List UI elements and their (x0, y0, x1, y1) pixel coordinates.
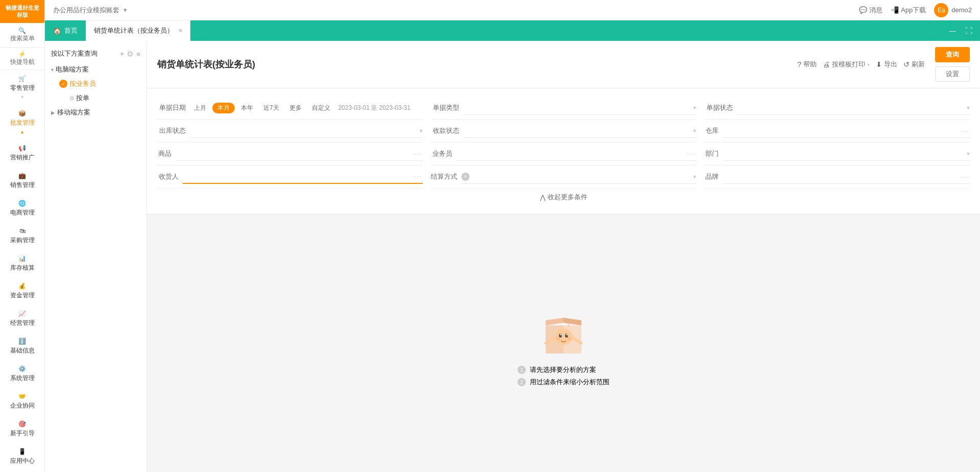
collapse-icon: ⋀ (540, 194, 546, 201)
date-btn-last-month[interactable]: 上月 (190, 103, 210, 113)
filter-brand-cell: 品牌 ··· (704, 166, 970, 188)
retail-icon: 🛒 (18, 75, 26, 82)
tree-section-pc[interactable]: ▾ 电脑端方案 (45, 62, 146, 77)
active-scheme-dot: ✓ (59, 80, 67, 88)
marketing-icon: 📢 (18, 145, 26, 152)
messages-icon: 💬 (859, 6, 867, 14)
date-btn-7days[interactable]: 近7天 (259, 103, 283, 113)
consignee-dots[interactable]: ··· (413, 172, 423, 180)
brand-dots[interactable]: ··· (961, 173, 970, 181)
date-btns-group: 上月 本月 本年 近7天 更多 自定义 2023-03-01 至 2023-03… (190, 103, 423, 113)
user-area[interactable]: Ea demo2 (934, 3, 972, 17)
consignee-label: 收货人 (157, 172, 179, 181)
settlement-select[interactable]: × ▾ (461, 170, 696, 184)
sidebar-item-collaboration[interactable]: 🤝 企业协同 (0, 388, 44, 415)
consignee-input[interactable]: ··· (183, 170, 423, 184)
brand-input[interactable]: ··· (723, 170, 970, 184)
system-icon: ⚙️ (18, 365, 26, 372)
page-title: 销货单统计表(按业务员) (157, 58, 255, 77)
nav-icon: ⚡ (2, 51, 42, 58)
tab-sales-stats[interactable]: 销货单统计表（按业务员） × (86, 20, 190, 41)
collapse-btn[interactable]: ⋀ 收起更多条件 (540, 193, 587, 202)
help-btn[interactable]: ? 帮助 (797, 60, 817, 69)
filter-department-cell: 部门 ▾ (704, 143, 970, 166)
tab-close-btn[interactable]: × (179, 27, 182, 34)
out-status-label: 出库状态 (157, 126, 186, 135)
svg-point-14 (571, 322, 572, 323)
collapse-panel-btn[interactable]: « (136, 50, 140, 58)
date-range-text: 2023-03-01 至 2023-03-31 (338, 104, 410, 112)
svg-marker-1 (546, 318, 564, 325)
tree-arrow-mobile: ▶ (51, 110, 55, 115)
goods-dots[interactable]: ··· (413, 150, 423, 158)
sidebar-quick-nav[interactable]: ⚡ 快捷导航 (0, 48, 44, 70)
receipt-status-select[interactable]: ▾ (463, 124, 696, 138)
filter-settlement-cell: 结算方式 × ▾ (431, 166, 696, 188)
out-status-select[interactable]: ▾ (190, 124, 423, 138)
main-area: 办公用品行业模拟账套 ▾ 💬 消息 📲 App下载 Ea demo2 🏠 首页 (45, 0, 980, 472)
print-btn[interactable]: 🖨 按模板打印 ▾ (823, 60, 870, 69)
ecommerce-icon: 🌐 (18, 200, 26, 207)
date-btn-custom[interactable]: 自定义 (308, 103, 334, 113)
query-button[interactable]: 查询 (935, 47, 970, 62)
filter-row-2: 出库状态 ▾ 收款状态 ▾ 仓库 (157, 120, 970, 143)
sidebar-item-retail[interactable]: 🛒 零售管理 ▾ (0, 70, 44, 105)
panel-header-icons: + ⊙ « (120, 50, 140, 58)
messages-btn[interactable]: 💬 消息 (859, 6, 883, 15)
salesperson-input[interactable]: ··· (456, 147, 696, 161)
sidebar-item-management[interactable]: 📈 经营管理 (0, 305, 44, 333)
salesperson-dots[interactable]: ··· (687, 150, 696, 158)
sidebar-item-system[interactable]: ⚙️ 系统管理 (0, 360, 44, 388)
print-icon: 🖨 (823, 60, 830, 68)
settlement-arrow: ▾ (693, 173, 696, 180)
top-selector-arrow[interactable]: ▾ (124, 6, 127, 14)
sidebar-item-ecommerce[interactable]: 🌐 电商管理 (0, 195, 44, 222)
sidebar-item-sales[interactable]: 💼 销售管理 (0, 167, 44, 195)
inventory-icon: 📊 (18, 255, 26, 262)
add-scheme-btn[interactable]: + (120, 50, 124, 58)
sidebar-item-guide[interactable]: 🎯 新手引导 (0, 415, 44, 443)
settlement-clear-btn[interactable]: × (461, 173, 470, 181)
management-icon: 📈 (18, 310, 26, 317)
purchase-icon: 🛍 (19, 227, 26, 234)
filter-doc-status-cell: 单据状态 ▾ (704, 97, 970, 120)
sidebar-item-wechat[interactable]: 💬 企业微信 (0, 470, 44, 472)
goods-input[interactable]: ··· (176, 147, 423, 161)
sidebar-item-finance[interactable]: 💰 资金管理 (0, 277, 44, 305)
home-icon: 🏠 (53, 27, 61, 35)
tree-section-mobile[interactable]: ▶ 移动端方案 (45, 105, 146, 120)
tab-maximize-btn[interactable]: ⛶ (962, 23, 976, 38)
help-icon: ? (797, 60, 801, 68)
tab-minimize-btn[interactable]: — (945, 23, 960, 38)
svg-point-8 (567, 334, 568, 336)
filter-goods-cell: 商品 ··· (157, 143, 423, 166)
sidebar-item-purchase[interactable]: 🛍 采购管理 (0, 222, 44, 250)
doc-type-select[interactable]: ▾ (463, 101, 696, 115)
warehouse-dots[interactable]: ··· (961, 127, 970, 135)
refresh-btn[interactable]: ↺ 刷新 (903, 60, 925, 69)
edit-scheme-btn[interactable]: ⊙ (127, 50, 133, 58)
scheme-by-order[interactable]: ⊙ 按单 (59, 91, 146, 105)
sidebar-item-basic-info[interactable]: ℹ️ 基础信息 (0, 333, 44, 360)
date-btn-this-year[interactable]: 本年 (237, 103, 257, 113)
receipt-status-label: 收款状态 (431, 126, 459, 135)
sidebar-item-inventory[interactable]: 📊 库存核算 (0, 250, 44, 277)
export-btn[interactable]: ⬇ 导出 (876, 60, 897, 69)
collapse-row: ⋀ 收起更多条件 (157, 188, 970, 206)
sidebar-item-wholesale[interactable]: 📦 批发管理 ▴ (0, 105, 44, 139)
basic-info-icon: ℹ️ (18, 338, 26, 345)
warehouse-input[interactable]: ··· (723, 124, 970, 138)
department-select[interactable]: ▾ (723, 147, 970, 161)
sidebar-item-appstore[interactable]: 📱 应用中心 (0, 443, 44, 470)
doc-type-arrow: ▾ (693, 104, 696, 111)
sidebar-search[interactable]: 🔍 搜索菜单 (0, 23, 44, 48)
settings-button[interactable]: 设置 (935, 66, 970, 82)
sidebar-item-marketing[interactable]: 📢 营销推广 (0, 139, 44, 167)
date-btn-this-month[interactable]: 本月 (212, 103, 235, 113)
app-download-btn[interactable]: 📲 App下载 (891, 6, 926, 15)
date-btn-more[interactable]: 更多 (285, 103, 306, 113)
scheme-by-salesperson[interactable]: ✓ 按业务员 (59, 77, 146, 91)
tab-home[interactable]: 🏠 首页 (45, 20, 86, 41)
svg-point-15 (572, 319, 573, 320)
doc-status-select[interactable]: ▾ (737, 101, 970, 115)
